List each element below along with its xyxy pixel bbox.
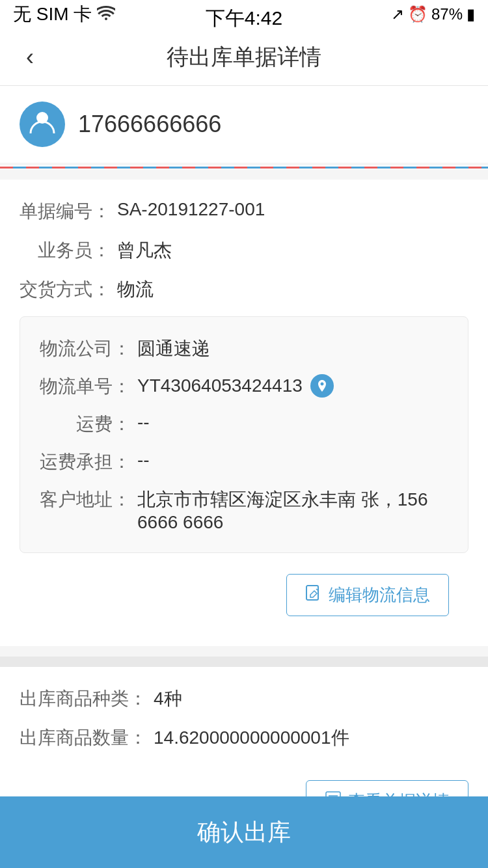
freight-bear-row: 运费承担： --: [40, 450, 448, 474]
freight-row: 运费： --: [40, 412, 448, 437]
status-time: 下午4:42: [206, 5, 282, 32]
freight-bear-value: --: [137, 450, 448, 470]
alarm-icon: ⏰: [408, 5, 427, 23]
confirm-button[interactable]: 确认出库: [0, 796, 488, 868]
delivery-row: 交货方式： 物流: [20, 277, 468, 302]
tracking-label: 物流单号：: [40, 374, 137, 399]
customer-phone: 17666666666: [78, 111, 221, 138]
status-bar: 无 SIM 卡 下午4:42 ↗ ⏰ 87% ▮: [0, 0, 488, 29]
delivery-label: 交货方式：: [20, 277, 117, 302]
edit-logistics-label: 编辑物流信息: [329, 584, 430, 606]
order-info-card: 单据编号： SA-20191227-001 业务员： 曾凡杰 交货方式： 物流 …: [0, 180, 488, 646]
address-value: 北京市市辖区海淀区永丰南 张，156 6666 6666: [137, 487, 448, 533]
goods-types-row: 出库商品种类： 4种: [20, 686, 468, 711]
wifi-icon: [97, 4, 115, 25]
goods-info-card: 出库商品种类： 4种 出库商品数量： 14.620000000000001件: [0, 667, 488, 770]
logistics-company-row: 物流公司： 圆通速递: [40, 336, 448, 361]
staff-row: 业务员： 曾凡杰: [20, 238, 468, 263]
back-button[interactable]: ‹: [20, 37, 40, 77]
goods-quantity-label: 出库商品数量：: [20, 726, 154, 750]
carrier-label: 无 SIM 卡: [13, 2, 92, 27]
goods-quantity-row: 出库商品数量： 14.620000000000001件: [20, 726, 468, 750]
tracking-row: 物流单号： YT43064053424413: [40, 374, 448, 399]
staff-value: 曾凡杰: [117, 238, 468, 263]
tracking-value: YT43064053424413: [137, 375, 303, 396]
edit-logistics-button[interactable]: 编辑物流信息: [286, 574, 449, 616]
freight-bear-label: 运费承担：: [40, 450, 137, 474]
staff-label: 业务员：: [20, 238, 117, 263]
goods-types-label: 出库商品种类：: [20, 686, 154, 711]
avatar-icon: [29, 107, 56, 141]
address-label: 客户地址：: [40, 487, 137, 512]
nav-bar: ‹ 待出库单据详情: [0, 29, 488, 86]
location-status-icon: ↗: [391, 5, 404, 23]
customer-header: 17666666666: [0, 86, 488, 163]
section-separator: [0, 657, 488, 667]
freight-label: 运费：: [40, 412, 137, 437]
logistics-company-value: 圆通速递: [137, 336, 448, 361]
battery-percentage: 87%: [431, 5, 463, 23]
dashed-divider: [0, 165, 488, 169]
status-right: ↗ ⏰ 87% ▮: [391, 5, 475, 23]
avatar: [20, 102, 65, 147]
order-no-row: 单据编号： SA-20191227-001: [20, 199, 468, 224]
logistics-card: 物流公司： 圆通速递 物流单号： YT43064053424413 运费： --…: [20, 316, 468, 553]
order-no-label: 单据编号：: [20, 199, 117, 224]
battery-icon: ▮: [467, 5, 475, 23]
page-title: 待出库单据详情: [167, 42, 321, 72]
order-no-value: SA-20191227-001: [117, 199, 468, 220]
confirm-button-label: 确认出库: [197, 817, 291, 848]
delivery-value: 物流: [117, 277, 468, 302]
freight-value: --: [137, 412, 448, 433]
edit-logistics-container: 编辑物流信息: [20, 563, 468, 627]
tracking-value-container: YT43064053424413: [137, 374, 448, 398]
status-left: 无 SIM 卡: [13, 2, 115, 27]
logistics-company-label: 物流公司：: [40, 336, 137, 361]
goods-quantity-value: 14.620000000000001件: [154, 726, 468, 750]
location-icon[interactable]: [310, 374, 334, 398]
edit-icon: [305, 584, 322, 606]
goods-types-value: 4种: [154, 686, 468, 711]
address-row: 客户地址： 北京市市辖区海淀区永丰南 张，156 6666 6666: [40, 487, 448, 533]
